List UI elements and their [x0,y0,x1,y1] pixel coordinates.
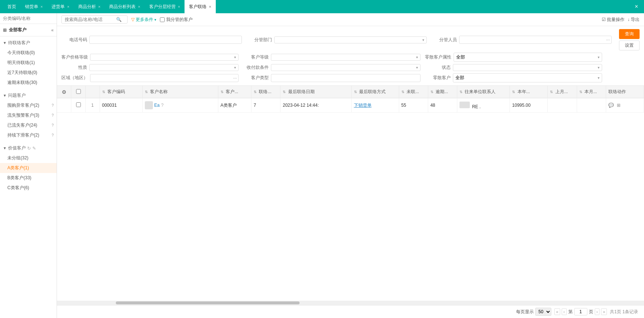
th-unit-contact[interactable]: ⇅ 往来单位联系人 [457,86,510,98]
sidebar-section-value-title[interactable]: ▼ 价值客户 ↻ ✎ [0,143,57,153]
batch-ops-button[interactable]: ☑ 批量操作 [602,17,625,23]
page-size-select[interactable]: 50 [535,308,551,316]
row-checkbox[interactable] [76,102,81,107]
prev-page-button[interactable]: ‹ [562,308,567,315]
person-label: 分管人员 [431,37,457,43]
sidebar-item-a-class[interactable]: A类客户(1) [0,163,57,173]
sort-icon-last-date: ⇅ [283,90,286,94]
nav-item-analysis-list[interactable]: 商品分析列表 × [105,0,144,13]
th-uncontacted[interactable]: ⇅ 未联... [399,86,428,98]
sidebar-item-declining[interactable]: 持续下滑客户(2) ? [0,130,57,140]
refresh-icon[interactable]: ↻ [27,146,31,151]
price-level-select[interactable]: ▾ [90,54,239,61]
last-page-button[interactable]: » [601,308,607,315]
cust-type-input[interactable] [271,74,420,82]
filter-cell-status: 状态 ▾ [425,64,602,71]
filter-cell-dept: 分管部门 ▾ [246,36,427,43]
filter-row-1: 电话号码 分管部门 ▾ 分管人员 ··· [61,29,640,50]
sidebar-item-hoarding[interactable]: 囤购异常客户(2) ? [0,100,57,110]
sidebar-collapse-icon[interactable]: « [51,28,54,33]
filter-icon: ▽ [131,17,135,22]
first-page-button[interactable]: « [554,308,560,315]
grid-action-icon[interactable]: ⊞ [617,103,620,108]
nature-select[interactable]: ▾ [89,64,239,71]
th-level[interactable]: ⇅ 客户... [218,86,251,98]
close-customer-contact-icon[interactable]: × [209,4,211,9]
th-last-method[interactable]: ⇅ 最后联络方式 [351,86,399,98]
th-this-month[interactable]: ⇅ 本月... [577,86,606,98]
sidebar-item-unclassified[interactable]: 未分组(32) [0,153,57,163]
close-purchase-icon[interactable]: × [67,4,69,9]
sidebar-all-customers-header[interactable]: ⊞ 全部客户 « [0,24,57,36]
th-name[interactable]: ⇅ 客户名称 [142,86,218,98]
price-level-label: 客户价格等级 [61,54,88,60]
query-button[interactable]: 查询 [619,29,640,39]
filter-search-input[interactable] [65,17,116,22]
nav-item-customer-contact[interactable]: 客户联络 × [185,0,215,13]
select-all-checkbox[interactable] [76,89,81,94]
nav-item-home[interactable]: 首页 [3,0,21,13]
sidebar-section-problem: ▼ 问题客户 囤购异常客户(2) ? 流失预警客户(3) ? 已流失客户(24)… [0,89,57,142]
page-number-input[interactable] [574,308,587,315]
sidebar-item-churn-warning[interactable]: 流失预警客户(3) ? [0,110,57,120]
cust-level-select[interactable]: ▾ [271,54,420,61]
dept-label: 分管部门 [246,37,272,43]
close-sales-icon[interactable]: × [40,4,43,9]
sidebar: 🔍 ⊞ 全部客户 « ▼ 待联络客户 今天待联络(0) 明天待联络(1) 近7天… [0,13,57,318]
next-page-button[interactable]: › [595,308,600,315]
td-last-month [548,98,577,113]
nav-item-analysis[interactable]: 商品分析 × [74,0,105,13]
message-action-icon[interactable]: 💬 [608,103,614,108]
sidebar-item-7days[interactable]: 近7天待联络(0) [0,68,57,78]
payment-select[interactable]: ▾ [271,64,420,71]
my-customers-checkbox[interactable] [160,17,165,22]
sort-icon-overdue: ⇅ [430,90,433,94]
table-settings-gear-icon[interactable]: ⚙ [62,89,67,95]
my-customers-filter[interactable]: 我分管的客户 [160,17,193,23]
filter-cell-nature: 性质 ▾ [61,64,239,71]
sidebar-section-problem-title[interactable]: ▼ 问题客户 [0,91,57,100]
close-customer-tier-icon[interactable]: × [178,4,180,9]
region-input[interactable] [90,74,232,82]
sidebar-item-b-class[interactable]: B类客户(33) [0,173,57,183]
advanced-filter-panel: 电话号码 分管部门 ▾ 分管人员 ··· [57,26,644,86]
sidebar-search-input[interactable] [3,16,57,21]
sidebar-item-tomorrow[interactable]: 明天待联络(1) [0,58,57,68]
more-filters-button[interactable]: ▽ 更多条件 ▾ [131,17,156,23]
nav-item-customer-tier[interactable]: 客户分层经营 × [145,0,185,13]
retail-select[interactable]: 全部 ▾ [453,73,602,82]
sidebar-item-overdue[interactable]: 逾期未联络(30) [0,78,57,88]
data-table-container: ⚙ ⇅ 客户编码 ⇅ 客户名称 [57,86,644,301]
nav-item-sales[interactable]: 销货单 × [21,0,47,13]
th-last-date[interactable]: ⇅ 最后联络日期 [280,86,351,98]
table-header-row: ⚙ ⇅ 客户编码 ⇅ 客户名称 [57,86,644,98]
retail-attr-select[interactable]: 全部 ▾ [454,53,602,62]
th-code[interactable]: ⇅ 客户编码 [100,86,142,98]
th-overdue[interactable]: ⇅ 逾期... [428,86,457,98]
nav-item-purchase[interactable]: 进货单 × [47,0,74,13]
person-input[interactable] [459,36,605,43]
region-dots-icon[interactable]: ··· [232,75,238,81]
close-all-tabs-button[interactable]: × [632,3,641,10]
th-last-month[interactable]: ⇅ 上月... [548,86,577,98]
th-contact[interactable]: ⇅ 联络... [251,86,280,98]
sidebar-item-c-class[interactable]: C类客户(6) [0,183,57,193]
dept-select[interactable]: ▾ [274,36,427,43]
filter-search-icon[interactable]: 🔍 [116,17,122,22]
th-this-year[interactable]: ⇅ 本年... [510,86,548,98]
close-analysis-list-icon[interactable]: × [138,4,140,9]
sidebar-item-churned[interactable]: 已流失客户(24) ? [0,120,57,130]
setting-button[interactable]: 设置 [619,40,640,50]
sidebar-section-pending-title[interactable]: ▼ 待联络客户 [0,38,57,48]
scrollbar-thumb[interactable] [116,301,300,304]
person-dots-icon[interactable]: ··· [605,37,611,42]
query-actions: 查询 设置 [619,29,640,50]
td-action: 💬 ⊞ [606,98,644,113]
phone-input[interactable] [90,36,242,43]
edit-icon[interactable]: ✎ [32,146,36,151]
status-select[interactable]: ▾ [453,64,602,71]
sidebar-item-today[interactable]: 今天待联络(0) [0,48,57,58]
horizontal-scrollbar[interactable] [57,301,644,305]
export-button[interactable]: ↓ 导出 [627,17,640,23]
close-analysis-icon[interactable]: × [98,4,100,9]
